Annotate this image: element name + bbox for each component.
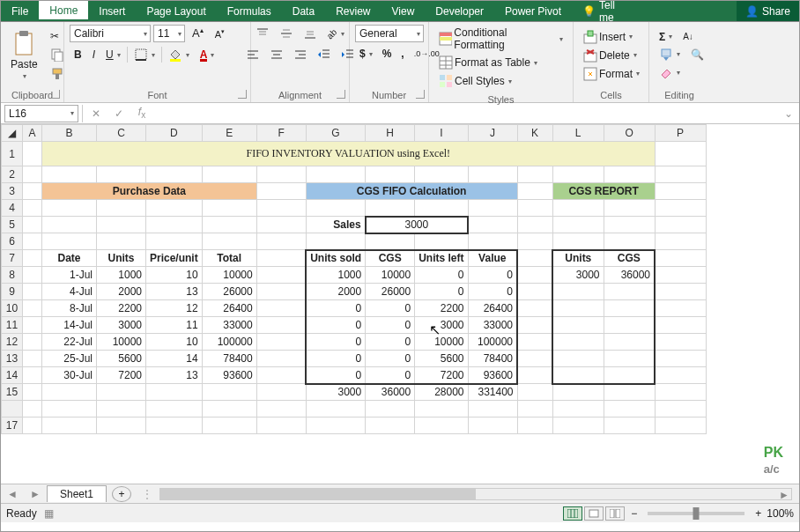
- cell[interactable]: 2000: [306, 284, 366, 300]
- percent-format-button[interactable]: %: [378, 46, 396, 62]
- cell[interactable]: [604, 334, 655, 351]
- normal-view-button[interactable]: [563, 506, 582, 521]
- row-header[interactable]: 2: [2, 166, 23, 183]
- cell[interactable]: 3000: [306, 384, 366, 401]
- cell[interactable]: [604, 300, 655, 317]
- cell[interactable]: 10000: [202, 267, 256, 284]
- tab-review[interactable]: Review: [325, 1, 381, 21]
- border-button[interactable]: [130, 46, 159, 63]
- cell[interactable]: 7200: [415, 367, 468, 384]
- cell[interactable]: 10: [146, 267, 203, 284]
- cell[interactable]: [552, 317, 604, 334]
- number-format-select[interactable]: General: [355, 25, 424, 42]
- horizontal-scrollbar[interactable]: ◄►: [159, 488, 792, 500]
- insert-cells-button[interactable]: Insert: [579, 28, 644, 46]
- dialog-launcher-icon[interactable]: [416, 90, 425, 99]
- col-header[interactable]: J: [468, 125, 517, 142]
- col-header[interactable]: C: [97, 125, 146, 142]
- cell[interactable]: 22-Jul: [42, 334, 97, 351]
- cell[interactable]: [604, 367, 655, 384]
- cell[interactable]: 0: [306, 351, 366, 367]
- col-price[interactable]: Price/unit: [146, 250, 203, 267]
- title-cell[interactable]: FIFO INVENTORY VALUATION using Excel!: [42, 142, 656, 166]
- cell[interactable]: 10000: [97, 334, 146, 351]
- cell[interactable]: 33000: [468, 317, 517, 334]
- col-units-sold[interactable]: Units sold: [306, 250, 366, 267]
- col-header[interactable]: G: [306, 125, 366, 142]
- format-cells-button[interactable]: Format: [579, 65, 644, 83]
- cell[interactable]: 13: [146, 367, 203, 384]
- cell[interactable]: 36000: [366, 384, 415, 401]
- col-header[interactable]: K: [517, 125, 552, 142]
- cell[interactable]: 2200: [415, 300, 468, 317]
- sales-label[interactable]: Sales: [306, 217, 366, 233]
- col-cgs[interactable]: CGS: [366, 250, 415, 267]
- cell[interactable]: 33000: [202, 317, 256, 334]
- cgs-header[interactable]: CGS FIFO Calculation: [306, 183, 517, 200]
- cell[interactable]: 26400: [202, 300, 256, 317]
- page-break-view-button[interactable]: [605, 506, 625, 521]
- cell[interactable]: [552, 351, 604, 367]
- sales-value[interactable]: 3000: [366, 217, 468, 233]
- tab-data[interactable]: Data: [282, 1, 325, 21]
- sheet-tab[interactable]: Sheet1: [47, 485, 107, 502]
- row-header[interactable]: 10: [2, 300, 23, 317]
- tab-view[interactable]: View: [381, 1, 426, 21]
- name-box[interactable]: L16: [4, 105, 78, 122]
- align-left-button[interactable]: [241, 46, 264, 63]
- cell[interactable]: 0: [306, 300, 366, 317]
- cell[interactable]: [604, 317, 655, 334]
- cell[interactable]: 1-Jul: [42, 267, 97, 284]
- zoom-slider[interactable]: [648, 512, 744, 515]
- cell[interactable]: 14: [146, 351, 203, 367]
- conditional-formatting-button[interactable]: Conditional Formatting: [434, 25, 567, 53]
- cell[interactable]: 12: [146, 300, 203, 317]
- cell-styles-button[interactable]: Cell Styles: [434, 72, 567, 90]
- col-units[interactable]: Units: [97, 250, 146, 267]
- cell[interactable]: 36000: [604, 267, 655, 284]
- cell[interactable]: 0: [468, 284, 517, 300]
- report-header[interactable]: CGS REPORT: [552, 183, 655, 200]
- cell[interactable]: 331400: [468, 384, 517, 401]
- font-color-button[interactable]: A: [196, 47, 219, 63]
- row-header[interactable]: 9: [2, 284, 23, 300]
- delete-cells-button[interactable]: Delete: [579, 47, 644, 64]
- zoom-level[interactable]: 100%: [767, 507, 794, 520]
- cell[interactable]: 8-Jul: [42, 300, 97, 317]
- row-header[interactable]: 11: [2, 317, 23, 334]
- share-button[interactable]: 👤Share: [737, 1, 799, 21]
- find-select-button[interactable]: 🔍: [686, 46, 708, 63]
- font-name-select[interactable]: Calibri: [70, 25, 151, 42]
- increase-font-button[interactable]: A▴: [188, 25, 208, 41]
- cell[interactable]: [552, 300, 604, 317]
- decrease-font-button[interactable]: A▾: [211, 26, 229, 41]
- cell[interactable]: 28000: [415, 384, 468, 401]
- row-header[interactable]: 15: [2, 384, 23, 401]
- paste-button[interactable]: Paste: [6, 27, 42, 84]
- cell[interactable]: 100000: [468, 334, 517, 351]
- cell[interactable]: 0: [306, 367, 366, 384]
- cell[interactable]: 14-Jul: [42, 317, 97, 334]
- comma-format-button[interactable]: ,: [396, 46, 408, 62]
- format-as-table-button[interactable]: Format as Table: [434, 54, 567, 71]
- col-report-cgs[interactable]: CGS: [604, 250, 655, 267]
- cell[interactable]: [552, 284, 604, 300]
- fill-button[interactable]: [655, 46, 685, 63]
- cell[interactable]: 0: [468, 267, 517, 284]
- cell[interactable]: [552, 367, 604, 384]
- cell[interactable]: 1000: [306, 267, 366, 284]
- row-header[interactable]: 7: [2, 250, 23, 267]
- col-header[interactable]: F: [256, 125, 306, 142]
- expand-formula-bar-button[interactable]: ⌄: [781, 107, 796, 120]
- cell[interactable]: 30-Jul: [42, 367, 97, 384]
- decrease-indent-button[interactable]: [313, 46, 336, 63]
- orientation-button[interactable]: ab: [322, 25, 348, 42]
- tab-developer[interactable]: Developer: [425, 1, 494, 21]
- cell[interactable]: 10000: [415, 334, 468, 351]
- cell[interactable]: 0: [366, 334, 415, 351]
- tell-me[interactable]: 💡Tell me: [572, 1, 626, 21]
- cell[interactable]: 3000: [552, 267, 604, 284]
- tab-page-layout[interactable]: Page Layout: [136, 1, 216, 21]
- cell[interactable]: 26000: [202, 284, 256, 300]
- dialog-launcher-icon[interactable]: [337, 90, 345, 99]
